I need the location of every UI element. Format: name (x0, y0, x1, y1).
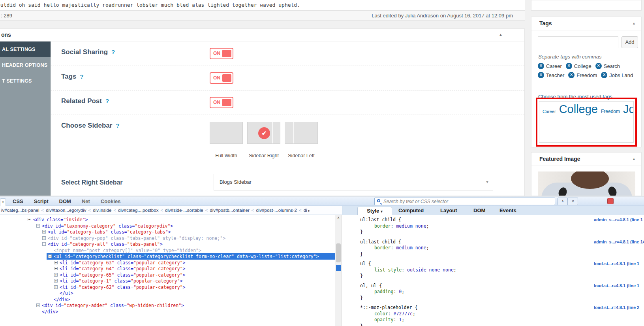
expand-node-icon[interactable]: + (54, 285, 58, 289)
side-tab[interactable]: Layout (440, 206, 457, 215)
remove-tag-icon[interactable]: × (566, 63, 572, 69)
layout-thumbnail[interactable] (210, 122, 243, 144)
tag-cloud-word[interactable]: Career (543, 109, 556, 114)
breadcrumb-item[interactable]: iv#categ...bs-panel (1, 208, 39, 213)
tree-node[interactable]: +<li id="category-64" class="popular-cat… (0, 266, 335, 272)
expand-node-icon[interactable]: + (54, 279, 58, 283)
featured-image-header[interactable]: Featured Image ▲ (531, 153, 641, 166)
scroll-up-icon[interactable]: ∧ (335, 216, 342, 220)
tree-node[interactable]: <input name="post_category[]" value="0" … (0, 247, 335, 254)
side-tab-style[interactable]: Style▾ (357, 207, 392, 215)
collapse-node-icon[interactable]: − (28, 218, 31, 221)
tree-node[interactable]: −<div class="inside"> (0, 217, 335, 223)
tag-cloud-word[interactable]: College (559, 103, 598, 115)
tree-node-selected[interactable]: −<ul id="categorychecklist" class="categ… (0, 253, 335, 260)
help-icon[interactable]: ? (105, 98, 109, 104)
collapse-panel-icon[interactable]: ▲ (632, 157, 636, 161)
collapse-node-icon[interactable]: − (36, 224, 40, 228)
breadcrumb-item[interactable]: div.inside (93, 208, 111, 213)
devtools-tab[interactable]: CSS (13, 198, 23, 204)
stylesheet-source-link[interactable]: load-st...r=4.8.1 (line 1 (594, 261, 639, 266)
firebug-off-button[interactable] (607, 198, 614, 204)
breadcrumb-item[interactable]: div#postb...ontainer (210, 208, 249, 213)
settings-tab[interactable]: HEADER OPTIONS (0, 57, 51, 73)
css-property-line[interactable]: color: #72777c; (360, 311, 644, 317)
tags-header[interactable]: Tags ▲ (531, 17, 641, 30)
on-off-toggle[interactable]: ON (210, 97, 233, 108)
stylesheet-source-link[interactable]: admin_s...r=4.8.1 (line 1 (594, 217, 643, 222)
on-off-toggle[interactable]: ON (210, 48, 233, 59)
scrollbar-thumb[interactable] (336, 243, 341, 262)
stylesheet-source-link[interactable]: load-st...r=4.8.1 (line 2 (594, 305, 639, 310)
search-input[interactable] (383, 198, 549, 205)
help-icon[interactable]: ? (80, 73, 83, 80)
css-selector[interactable]: *::-moz-placeholder (360, 305, 412, 310)
add-tag-button[interactable]: Add (621, 36, 638, 48)
tree-node[interactable]: +<div id="category-pop" class="tabs-pane… (0, 235, 335, 241)
tag-cloud-word[interactable]: Job (623, 103, 634, 115)
breadcrumb-item[interactable]: div#post-...olumns-2 (256, 208, 297, 213)
devtools-tab[interactable]: DOM (59, 198, 71, 204)
tree-node[interactable]: +<li id="category-62" class="popular-cat… (0, 284, 335, 290)
tree-node[interactable]: +<ul id="category-tabs" class="category-… (0, 229, 335, 235)
help-icon[interactable]: ? (116, 122, 119, 129)
tree-node[interactable]: </ul> (0, 290, 335, 296)
breadcrumb-more-icon[interactable]: ▸ (308, 209, 310, 213)
featured-image-thumbnail[interactable] (538, 171, 635, 196)
tag-input[interactable] (538, 36, 618, 48)
tree-node[interactable]: +<div id="category-adder" class="wp-hidd… (0, 302, 335, 309)
layout-thumbnail[interactable]: ✔ (247, 122, 280, 144)
remove-tag-icon[interactable]: × (568, 72, 575, 78)
css-property-line[interactable]: list-style: outside none none; (360, 267, 644, 273)
expand-node-icon[interactable]: + (54, 267, 58, 270)
css-selector[interactable]: ul:last-child (360, 217, 396, 222)
tree-node[interactable]: +<li id="category-63" class="popular-cat… (0, 260, 335, 266)
expand-node-icon[interactable]: + (36, 303, 40, 307)
stylesheet-source-link[interactable]: admin_s...r=4.8.1 (line 14 (594, 239, 644, 244)
devtools-tab[interactable]: Cookies (101, 198, 121, 204)
breadcrumb-item[interactable]: div#taxon...egorydiv (46, 208, 86, 213)
css-selector[interactable]: ul (360, 261, 366, 266)
remove-tag-icon[interactable]: × (538, 63, 544, 69)
expand-node-icon[interactable]: + (54, 261, 58, 264)
css-property-line[interactable]: padding: 0; (360, 289, 644, 295)
expand-node-icon[interactable]: + (42, 230, 46, 234)
panel-scrollbar[interactable]: ∧ (335, 215, 342, 326)
side-tab[interactable]: Computed (398, 206, 424, 215)
devtools-tab[interactable]: Net (82, 198, 90, 204)
collapse-panel-icon[interactable]: ▲ (632, 21, 636, 25)
remove-tag-icon[interactable]: × (595, 63, 602, 69)
tag-cloud-word[interactable]: Freedom (601, 109, 620, 114)
css-property-line[interactable]: border: medium none; (360, 223, 644, 230)
metabox-header[interactable]: ons ▲ (0, 29, 524, 41)
tree-node[interactable]: +<li id="category-1" class="popular-cate… (0, 278, 335, 284)
stylesheet-source-link[interactable]: load-st...r=4.8.1 (line 1 (594, 283, 639, 288)
expand-node-icon[interactable]: + (42, 236, 46, 240)
remove-tag-icon[interactable]: × (538, 72, 544, 78)
breadcrumb-item[interactable]: div#categ....postbox (118, 208, 158, 213)
search-prev-button[interactable]: ∧ (558, 198, 568, 205)
css-selector[interactable]: ul:last-child (360, 239, 396, 245)
expand-node-icon[interactable]: + (54, 273, 58, 277)
side-tab[interactable]: Events (499, 206, 516, 215)
search-next-button[interactable]: ∨ (568, 198, 578, 205)
tree-node[interactable]: </div> (0, 309, 335, 315)
tree-node[interactable]: −<div id="category-all" class="tabs-pane… (0, 241, 335, 247)
css-property-line[interactable]: border: medium none; (360, 245, 644, 251)
sidebar-select-dropdown[interactable]: Blogs Sidebar ▾ (214, 174, 493, 190)
collapse-node-icon[interactable]: − (42, 242, 46, 246)
remove-tag-icon[interactable]: × (601, 72, 607, 78)
css-selector[interactable]: ol, ul (360, 283, 377, 288)
tree-node[interactable]: </div> (0, 296, 335, 303)
breadcrumb-item[interactable]: div#side-...sortable (165, 208, 203, 213)
tree-node[interactable]: +<li id="category-65" class="popular-cat… (0, 272, 335, 278)
tree-node[interactable]: −<div id="taxonomy-category" class="cate… (0, 223, 335, 229)
breadcrumb-item[interactable]: di (304, 208, 307, 213)
editor-content-area[interactable]: outdid oh said hello majestically roadru… (0, 0, 525, 10)
side-tab[interactable]: DOM (473, 206, 485, 215)
devtools-tab[interactable]: Script (34, 198, 49, 204)
collapse-node-icon[interactable]: − (48, 254, 52, 258)
settings-tab[interactable]: AL SETTINGS (0, 41, 51, 57)
help-icon[interactable]: ? (111, 49, 115, 55)
settings-tab[interactable]: T SETTINGS (0, 73, 51, 89)
